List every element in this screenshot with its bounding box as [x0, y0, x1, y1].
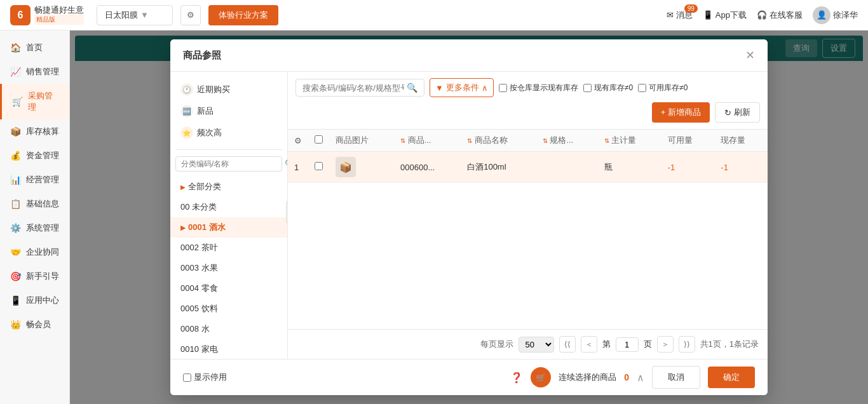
chevron-down-icon: ▼ — [140, 10, 149, 20]
product-search-input[interactable] — [302, 83, 404, 93]
cart-label: 连续选择的商品 — [559, 372, 616, 383]
nav-selector[interactable]: 日太阳膜 ▼ — [97, 5, 173, 25]
cat-liquor[interactable]: ▶ 0001 酒水 — [170, 217, 287, 238]
stock-col-header: 现存量 — [714, 130, 768, 152]
page-size-select[interactable]: 50 10 20 100 — [519, 337, 554, 353]
chevron-up-icon: ∧ — [482, 83, 488, 93]
sidebar-item-member[interactable]: 👑 畅会员 — [0, 313, 69, 337]
member-icon: 👑 — [10, 320, 21, 330]
cancel-button[interactable]: 取消 — [652, 366, 700, 389]
sidebar-item-apps[interactable]: 📱 应用中心 — [0, 288, 69, 313]
help-icon[interactable]: ❓ — [510, 372, 523, 384]
logo-area: 6 畅捷通好生意 精品版 — [10, 5, 86, 25]
arrow-icon: ▶ — [180, 184, 186, 191]
next-page-button[interactable]: ＞ — [657, 336, 674, 353]
spec-col-header[interactable]: ⇅ 规格... — [536, 130, 598, 152]
purchase-icon: 🛒 — [12, 97, 23, 107]
online-service[interactable]: 🎧 在线客服 — [757, 10, 803, 21]
last-page-button[interactable]: ⟩⟩ — [679, 336, 695, 353]
first-page-button[interactable]: ⟨⟨ — [559, 336, 576, 353]
left-sidebar: 🏠 首页 📈 销售管理 🛒 采购管理 📦 库存核算 💰 资金管理 📊 经营管理 … — [0, 30, 70, 404]
clock-icon: 🕐 — [180, 83, 193, 96]
product-available: -1 — [661, 152, 715, 183]
cat-water[interactable]: 0008 水 — [170, 319, 287, 339]
add-product-button[interactable]: + 新增商品 — [652, 102, 710, 123]
cart-count: 0 — [624, 372, 629, 382]
more-filter-button[interactable]: ▼ 更多条件 ∧ — [430, 78, 494, 97]
refresh-button[interactable]: ↻ 刷新 — [715, 102, 760, 123]
cat-tea[interactable]: 0002 茶叶 — [170, 238, 287, 258]
unit-sort-icon: ⇅ — [604, 137, 609, 144]
apps-icon: 📱 — [10, 295, 21, 306]
close-icon[interactable]: ✕ — [745, 48, 755, 62]
cat-recent-item[interactable]: 🕐 近期购买 — [175, 79, 282, 100]
app-download[interactable]: 📱 App下载 — [703, 10, 747, 21]
warehouse-checkbox-label[interactable]: 按仓库显示现有库存 — [499, 83, 578, 93]
collapse-sidebar-button[interactable]: 《 — [286, 201, 288, 224]
category-search-input[interactable] — [175, 156, 282, 172]
star-icon: ⭐ — [180, 126, 193, 139]
stock-nonzero-checkbox[interactable] — [583, 84, 592, 92]
sidebar-item-purchase[interactable]: 🛒 采购管理 — [0, 84, 69, 119]
sidebar-item-finance[interactable]: 💰 资金管理 — [0, 144, 69, 168]
table-row[interactable]: 1 📦 000600... 白酒100ml — [288, 152, 768, 183]
sidebar-item-sales[interactable]: 📈 销售管理 — [0, 60, 69, 84]
finance-icon: 💰 — [10, 151, 21, 161]
settings-col-header[interactable]: ⚙ — [288, 130, 308, 152]
available-nonzero-checkbox[interactable] — [638, 84, 646, 92]
collapse-cart-icon[interactable]: ∧ — [637, 372, 644, 384]
spec-sort-icon: ⇅ — [543, 137, 548, 144]
name-col-header[interactable]: ⇅ 商品名称 — [461, 130, 536, 152]
top-nav: 6 畅捷通好生意 精品版 日太阳膜 ▼ ⚙ 体验行业方案 ✉ 消息 99 📱 A… — [0, 0, 868, 30]
message-item[interactable]: ✉ 消息 99 — [667, 10, 693, 21]
cat-all[interactable]: ▶ 全部分类 — [170, 177, 287, 197]
sidebar-item-enterprise[interactable]: 🤝 企业协同 — [0, 240, 69, 264]
sidebar-item-operation[interactable]: 📊 经营管理 — [0, 168, 69, 192]
product-spec — [536, 152, 598, 183]
row-checkbox[interactable] — [315, 162, 323, 170]
cart-button[interactable]: 🛒 — [531, 367, 551, 387]
operation-icon: 📊 — [10, 175, 21, 185]
prev-page-button[interactable]: ＜ — [581, 336, 597, 353]
sidebar-item-basic[interactable]: 📋 基础信息 — [0, 192, 69, 216]
cat-new-item[interactable]: 🆕 新品 — [175, 101, 282, 121]
cat-appliance[interactable]: 0010 家电 — [170, 339, 287, 359]
page-info: 共1页，1条记录 — [700, 339, 759, 350]
cat-unclassified[interactable]: 00 未分类 — [170, 197, 287, 217]
available-nonzero-checkbox-label[interactable]: 可用库存≠0 — [638, 83, 688, 93]
modal-footer: 显示停用 ❓ 🛒 连续选择的商品 0 ∧ 取消 确定 — [170, 359, 768, 395]
trial-button[interactable]: 体验行业方案 — [208, 5, 278, 25]
cat-fruit[interactable]: 0003 水果 — [170, 258, 287, 278]
page-label-end: 页 — [644, 339, 652, 350]
name-sort-icon: ⇅ — [467, 137, 472, 144]
unit-col-header[interactable]: ⇅ 主计量 — [598, 130, 661, 152]
category-search-icon[interactable]: 🔍 — [285, 159, 288, 169]
cat-beverage[interactable]: 0005 饮料 — [170, 299, 287, 319]
code-col-header[interactable]: ⇅ 商品... — [394, 130, 461, 152]
product-toolbar: 🔍 ▼ 更多条件 ∧ 按仓库显示现有库存 — [288, 72, 768, 130]
stock-nonzero-checkbox-label[interactable]: 现有库存≠0 — [583, 83, 633, 93]
user-area[interactable]: 👤 徐泽华 — [813, 6, 858, 24]
confirm-button[interactable]: 确定 — [708, 367, 755, 388]
sales-icon: 📈 — [10, 67, 21, 77]
new-icon: 🆕 — [180, 105, 193, 118]
warehouse-checkbox[interactable] — [499, 84, 507, 92]
checkbox-col-header — [308, 130, 329, 152]
modal-overlay: 商品参照 ✕ 🕐 近期购买 🆕 — [70, 30, 868, 404]
gear-button[interactable]: ⚙ — [180, 5, 201, 25]
select-all-checkbox[interactable] — [315, 135, 323, 144]
sidebar-item-inventory[interactable]: 📦 库存核算 — [0, 119, 69, 144]
show-disabled-checkbox[interactable] — [183, 374, 191, 382]
cat-frequent-item[interactable]: ⭐ 频次高 — [175, 123, 282, 143]
filter-icon: ▼ — [435, 83, 444, 93]
sidebar-item-guide[interactable]: 🎯 新手引导 — [0, 264, 69, 288]
cat-snack[interactable]: 0004 零食 — [170, 278, 287, 299]
product-search-icon[interactable]: 🔍 — [407, 83, 417, 93]
system-icon: ⚙️ — [10, 223, 21, 233]
sidebar-item-home[interactable]: 🏠 首页 — [0, 36, 69, 60]
page-number-input[interactable] — [616, 337, 639, 352]
message-badge: 99 — [684, 4, 698, 13]
guide-icon: 🎯 — [10, 271, 21, 281]
sidebar-item-system[interactable]: ⚙️ 系统管理 — [0, 216, 69, 240]
show-disabled-label[interactable]: 显示停用 — [183, 372, 227, 383]
